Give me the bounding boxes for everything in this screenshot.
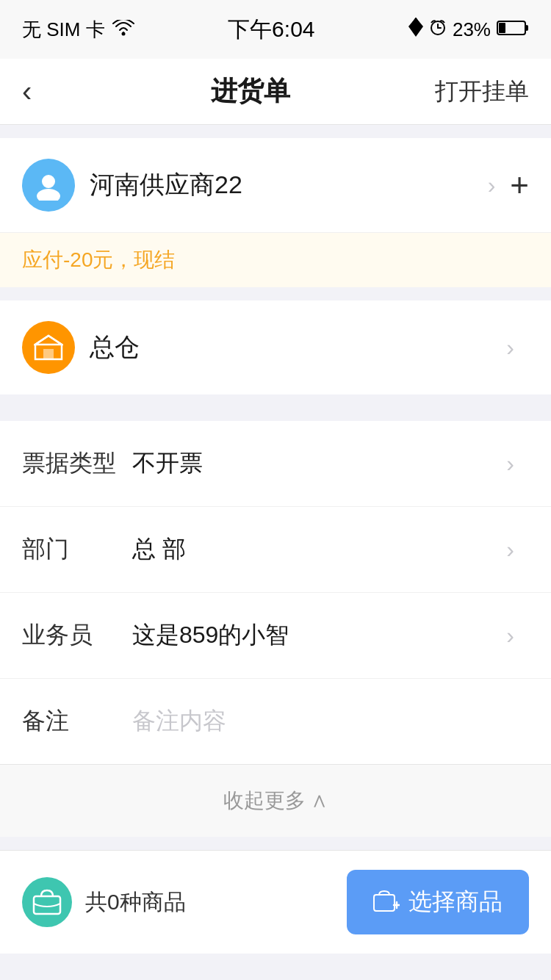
supplier-row[interactable]: 河南供应商22 › + — [0, 138, 551, 233]
invoice-type-value: 不开票 — [132, 447, 506, 480]
warehouse-icon — [22, 321, 75, 374]
wifi-icon — [112, 18, 134, 41]
back-button[interactable]: ‹ — [22, 75, 66, 108]
invoice-type-chevron-icon: › — [506, 450, 514, 478]
page-title: 进货单 — [211, 73, 290, 109]
bottom-bar: 共0种商品 选择商品 — [0, 850, 551, 954]
status-time: 下午6:04 — [228, 15, 314, 45]
goods-icon — [22, 877, 72, 927]
add-button[interactable]: + — [510, 169, 529, 201]
warehouse-row[interactable]: 总仓 › — [0, 300, 551, 394]
invoice-type-label: 票据类型 — [22, 447, 118, 480]
open-pending-button[interactable]: 打开挂单 — [435, 76, 529, 108]
department-value: 总 部 — [132, 533, 506, 566]
status-right: 23% — [408, 18, 529, 42]
salesperson-chevron-icon: › — [506, 622, 514, 649]
notice-banner: 应付-20元，现结 — [0, 233, 551, 287]
mid-divider1 — [0, 287, 551, 300]
sim-label: 无 SIM 卡 — [22, 17, 105, 43]
remark-value: 备注内容 — [132, 705, 529, 738]
form-section: 票据类型 不开票 › 部门 总 部 › 业务员 这是859的小智 › 备注 备注… — [0, 421, 551, 764]
department-row[interactable]: 部门 总 部 › — [0, 507, 551, 593]
svg-point-0 — [121, 32, 125, 35]
notice-text: 应付-20元，现结 — [22, 248, 175, 271]
remark-label: 备注 — [22, 705, 118, 738]
mid-divider2 — [0, 394, 551, 408]
battery-label: 23% — [453, 18, 491, 41]
salesperson-value: 这是859的小智 — [132, 619, 506, 652]
battery-icon — [497, 18, 529, 41]
collapse-row[interactable]: 收起更多 ∧ — [0, 764, 551, 837]
supplier-avatar — [22, 159, 75, 212]
collapse-label: 收起更多 ∧ — [223, 789, 328, 812]
svg-rect-9 — [43, 349, 54, 359]
svg-point-8 — [37, 189, 60, 201]
svg-rect-5 — [525, 25, 528, 31]
select-goods-label: 选择商品 — [408, 886, 503, 918]
status-left: 无 SIM 卡 — [22, 17, 134, 43]
supplier-name: 河南供应商22 — [90, 168, 488, 202]
invoice-type-row[interactable]: 票据类型 不开票 › — [0, 421, 551, 507]
remark-row[interactable]: 备注 备注内容 — [0, 679, 551, 764]
select-goods-button[interactable]: 选择商品 — [347, 870, 529, 934]
warehouse-chevron-icon: › — [506, 334, 514, 361]
main-background — [0, 954, 551, 980]
warehouse-section: 总仓 › — [0, 300, 551, 394]
department-label: 部门 — [22, 533, 118, 566]
supplier-chevron-icon: › — [488, 172, 496, 199]
goods-count-wrap: 共0种商品 — [22, 877, 186, 927]
top-divider — [0, 125, 551, 138]
alarm-icon — [429, 18, 447, 41]
goods-count-text: 共0种商品 — [85, 887, 186, 918]
salesperson-label: 业务员 — [22, 619, 118, 652]
location-icon — [408, 18, 423, 42]
svg-point-7 — [42, 175, 55, 188]
status-bar: 无 SIM 卡 下午6:04 — [0, 0, 551, 59]
supplier-section: 河南供应商22 › + 应付-20元，现结 — [0, 138, 551, 287]
department-chevron-icon: › — [506, 536, 514, 563]
svg-rect-6 — [499, 23, 505, 33]
nav-bar: ‹ 进货单 打开挂单 — [0, 59, 551, 125]
warehouse-name: 总仓 — [90, 331, 506, 364]
svg-rect-11 — [374, 895, 395, 911]
salesperson-row[interactable]: 业务员 这是859的小智 › — [0, 593, 551, 679]
